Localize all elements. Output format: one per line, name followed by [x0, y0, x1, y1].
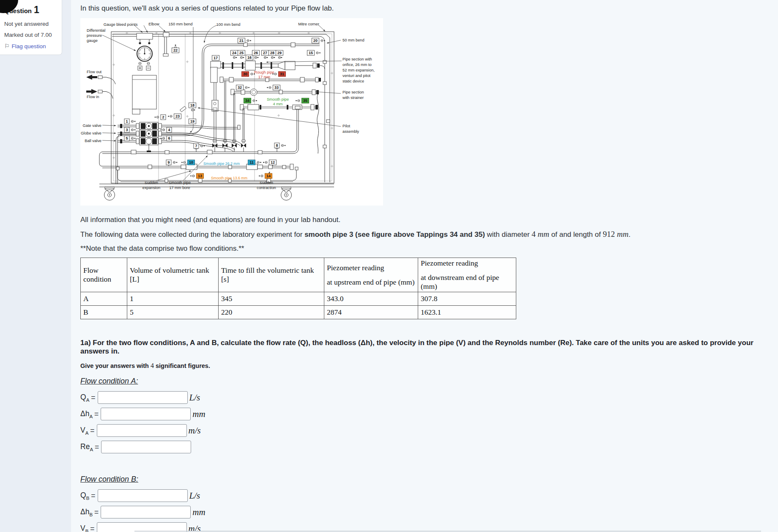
sig-figures-count: 4	[151, 362, 154, 369]
tapping-tag-17: 17	[212, 55, 219, 60]
question-marks: Marked out of 7.00	[4, 32, 58, 38]
field-label-VB: VB	[80, 524, 88, 532]
unit-QA: L/s	[189, 392, 200, 403]
svg-text:with strainer: with strainer	[342, 96, 364, 100]
data-description: The following data were collected during…	[80, 230, 778, 239]
field-label-QA: QA	[80, 393, 89, 403]
pipe-apparatus-diagram: Gauge bleed points Elbow 150 mm bend 100…	[80, 18, 383, 206]
tapping-tag-25: 25	[238, 50, 245, 59]
svg-text:4 mm: 4 mm	[273, 102, 282, 106]
pipe-length-value: 912	[603, 230, 615, 239]
tapping-tag-20: 20	[312, 38, 325, 43]
label-rough-pipe-17mm: Rough pipe	[254, 70, 274, 74]
flow-condition-A-section: Flow condition A: QA= L/s ΔhA= mm VA= m/…	[80, 377, 778, 454]
tapping-tag-24: 24	[231, 50, 238, 59]
svg-text:orifice, 26 mm to: orifice, 26 mm to	[342, 63, 372, 67]
svg-text:13: 13	[198, 174, 202, 178]
svg-text:21: 21	[239, 38, 244, 43]
col-header-flow-condition: Flow condition	[81, 258, 127, 292]
svg-text:17 mm bore: 17 mm bore	[169, 186, 190, 190]
svg-text:11: 11	[249, 160, 254, 165]
svg-text:pressure: pressure	[87, 33, 102, 38]
svg-text:35: 35	[303, 99, 307, 103]
answer-input-QA[interactable]	[98, 391, 188, 404]
experiment-data-table: Flow condition Volume of volumetric tank…	[80, 258, 516, 319]
caster-wheel-left	[104, 188, 115, 200]
field-row-VA: VA= m/s	[80, 424, 778, 437]
svg-text:expansion: expansion	[142, 186, 160, 190]
label-differential-pressure-gauge: Differential	[87, 28, 105, 33]
tapping-tag-30: 30	[242, 71, 255, 77]
svg-text:10: 10	[189, 160, 193, 165]
tapping-tag-9: 9	[166, 160, 177, 165]
question-1a-text: 1a) For the two flow conditions, A and B…	[80, 339, 778, 356]
svg-text:contraction: contraction	[257, 186, 276, 190]
tapping-tag-27: 27	[262, 50, 269, 59]
tapping-tag-19: 19	[189, 119, 196, 124]
svg-text:33: 33	[274, 85, 279, 90]
table-header-row: Flow condition Volume of volumetric tank…	[81, 258, 516, 292]
unit-QB: L/s	[189, 491, 200, 501]
label-sudden-contraction: Sudden	[260, 181, 273, 185]
flag-icon: ⚐	[4, 43, 10, 49]
svg-text:5: 5	[126, 136, 128, 140]
tapping-tag-14: 14	[259, 173, 272, 178]
svg-text:26: 26	[254, 51, 258, 55]
answer-input-ReA[interactable]	[101, 441, 191, 453]
svg-text:1: 1	[126, 119, 128, 123]
tapping-tag-3: 3	[124, 127, 135, 132]
svg-text:4: 4	[168, 128, 170, 132]
svg-text:18: 18	[190, 103, 194, 107]
tapping-tag-29: 29	[276, 50, 283, 59]
quiz-page: Question1 Not yet answered Marked out of…	[0, 0, 778, 532]
pipe-diameter-unit: mm	[538, 230, 549, 239]
tapping-tag-15: 15	[307, 50, 321, 55]
label-smooth-pipe-136mm: Smooth pipe 13.6 mm	[211, 176, 247, 180]
svg-text:15: 15	[309, 51, 313, 55]
svg-text:venturi and pitot: venturi and pitot	[342, 74, 371, 78]
svg-text:14: 14	[266, 174, 271, 178]
unit-dhB: mm	[192, 507, 205, 518]
col-header-piezo-downstream: Piezometer readingat downstream end of p…	[418, 258, 516, 292]
table-row-B: B 5 220 2874 1623.1	[81, 306, 516, 319]
label-150mm-bend: 150 mm bend	[169, 22, 193, 26]
tapping-tag-8: 8	[274, 143, 285, 148]
diagram-labels: Gauge bleed points Elbow 150 mm bend 100…	[81, 22, 375, 190]
svg-text:7: 7	[195, 144, 197, 148]
svg-text:2: 2	[162, 115, 164, 119]
flow-condition-B-section: Flow condition B: QB= L/s ΔhB= mm VB= m/…	[80, 475, 778, 532]
col-header-volume: Volume of volumetric tank [L]	[127, 258, 219, 292]
field-row-ReA: ReA=	[80, 440, 778, 454]
tapping-tag-22: 22	[172, 48, 179, 53]
field-row-dhA: ΔhA= mm	[80, 407, 778, 421]
tapping-tag-35: 35	[296, 98, 309, 103]
answer-input-dhB[interactable]	[101, 506, 191, 518]
field-label-QB: QB	[80, 491, 89, 501]
svg-text:30: 30	[243, 72, 247, 76]
answer-input-dhA[interactable]	[101, 408, 191, 420]
label-flow-in: Flow in	[87, 95, 99, 99]
field-label-dhB: ΔhB	[80, 507, 93, 517]
flag-question-label: Flag question	[12, 43, 46, 49]
flag-question-link[interactable]: ⚐Flag question	[4, 43, 58, 49]
differential-pressure-gauge-symbol	[137, 33, 153, 70]
lab-apparatus-figure: Gauge bleed points Elbow 150 mm bend 100…	[80, 18, 383, 206]
svg-text:29: 29	[277, 51, 282, 55]
field-label-VA: VA	[80, 426, 88, 436]
tapping-tag-18: 18	[189, 103, 196, 111]
svg-text:assembly: assembly	[342, 129, 359, 134]
answer-input-VA[interactable]	[97, 424, 187, 437]
col-header-time: Time to fill the volumetric tank [s]	[219, 258, 324, 292]
tapping-tag-16: 16	[246, 55, 253, 60]
question-status: Not yet answered	[4, 21, 58, 27]
intro-text: In this question, we'll ask you a series…	[80, 4, 778, 13]
answer-input-QB[interactable]	[98, 489, 188, 502]
label-100mm-bend: 100 mm bend	[216, 22, 241, 27]
two-conditions-note: **Note that the data comprise two flow c…	[80, 244, 778, 253]
tapping-tag-1: 1	[124, 119, 135, 124]
volumetric-tank	[132, 75, 156, 114]
data-description-bold: smooth pipe 3 (see figure above Tappings…	[304, 230, 485, 239]
svg-text:19: 19	[190, 119, 194, 123]
label-elbow: Elbow	[148, 22, 159, 26]
cell-condition-B: B	[81, 306, 127, 319]
